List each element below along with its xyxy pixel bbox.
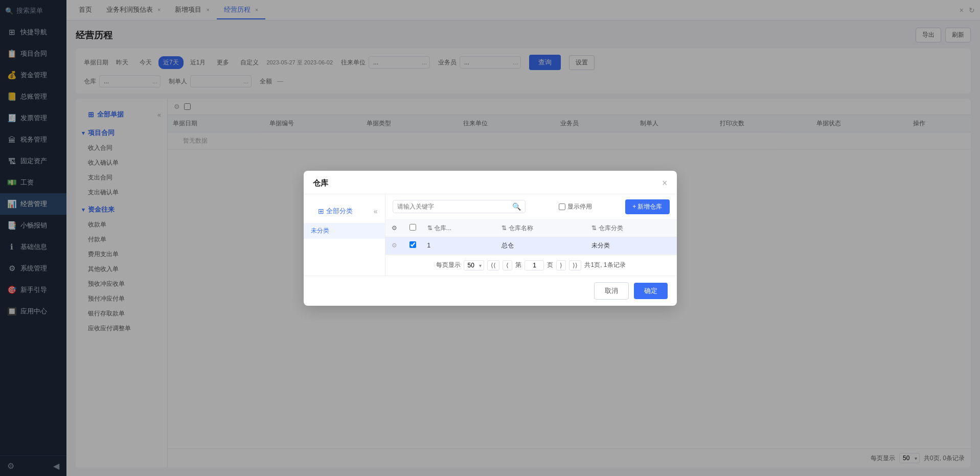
modal-col-checkbox [404, 220, 422, 237]
modal-footer: 取消 确定 [304, 276, 677, 306]
modal-close-button[interactable]: × [662, 178, 668, 189]
modal-table-wrap: ⚙ ⇅ 仓库... ⇅ 仓库名称 ⇅ 仓库分类 [385, 220, 677, 255]
modal-title-text: 仓库 [313, 178, 328, 188]
modal-col-name: ⇅ 仓库名称 [496, 220, 586, 237]
modal-all-category-label: 全部分类 [326, 207, 353, 216]
modal-cat-uncategorized[interactable]: 未分类 [304, 223, 385, 239]
modal-search-icon: 🔍 [512, 202, 521, 211]
warehouse-modal: 仓库 × ⊞ 全部分类 « 未分类 🔍 显 [304, 171, 677, 306]
modal-pagination: 每页显示 50 ⟨⟨ ⟨ 第 页 ⟩ ⟩⟩ 共1页, 1条记录 [385, 255, 677, 276]
grid-icon-modal: ⊞ [318, 207, 324, 215]
modal-first-page-btn[interactable]: ⟨⟨ [487, 260, 499, 270]
modal-per-page-label: 每页显示 [436, 261, 461, 269]
modal-table-row[interactable]: ⚙ 1 总仓 未分类 [385, 237, 677, 254]
modal-search-wrap: 🔍 [393, 200, 526, 213]
modal-total-label: 共1页, 1条记录 [584, 261, 625, 269]
modal-next-page-btn[interactable]: ⟩ [556, 260, 566, 270]
confirm-button[interactable]: 确定 [634, 283, 668, 299]
add-warehouse-button[interactable]: + 新增仓库 [625, 199, 669, 214]
modal-body: ⊞ 全部分类 « 未分类 🔍 显示停用 + 新增仓库 [304, 194, 677, 276]
modal-search-input[interactable] [397, 203, 510, 210]
modal-col-code: ⇅ 仓库... [422, 220, 497, 237]
modal-col-category: ⇅ 仓库分类 [586, 220, 676, 237]
show-disabled-label: 显示停用 [567, 202, 592, 211]
modal-row-name: 总仓 [496, 237, 586, 254]
modal-collapse-btn[interactable]: « [374, 207, 378, 215]
modal-row-category: 未分类 [586, 237, 676, 254]
modal-left-categories: ⊞ 全部分类 « 未分类 [304, 194, 385, 276]
modal-page-label: 第 [515, 261, 521, 269]
modal-row-checkbox[interactable] [404, 237, 422, 254]
modal-page-suffix: 页 [547, 261, 553, 269]
modal-col-gear: ⚙ [385, 220, 404, 237]
modal-page-input[interactable] [525, 260, 544, 270]
modal-last-page-btn[interactable]: ⟩⟩ [569, 260, 581, 270]
modal-select-all[interactable] [409, 224, 416, 231]
modal-row-id: 1 [422, 237, 497, 254]
modal-show-disabled: 显示停用 [559, 202, 592, 211]
modal-prev-page-btn[interactable]: ⟨ [503, 260, 512, 270]
cancel-button[interactable]: 取消 [594, 282, 629, 300]
modal-header: 仓库 × [304, 171, 677, 194]
modal-right: 🔍 显示停用 + 新增仓库 ⚙ ⇅ 仓库... [385, 194, 677, 276]
modal-table-header-row: ⚙ ⇅ 仓库... ⇅ 仓库名称 ⇅ 仓库分类 [385, 220, 677, 237]
modal-per-page-select[interactable]: 50 [464, 260, 484, 270]
modal-per-page-wrap: 50 [464, 260, 484, 270]
modal-row-gear[interactable]: ⚙ [385, 237, 404, 254]
modal-table: ⚙ ⇅ 仓库... ⇅ 仓库名称 ⇅ 仓库分类 [385, 220, 677, 255]
show-disabled-checkbox[interactable] [559, 203, 565, 210]
modal-all-category[interactable]: ⊞ 全部分类 [311, 202, 360, 220]
modal-toolbar: 🔍 显示停用 + 新增仓库 [385, 194, 677, 220]
